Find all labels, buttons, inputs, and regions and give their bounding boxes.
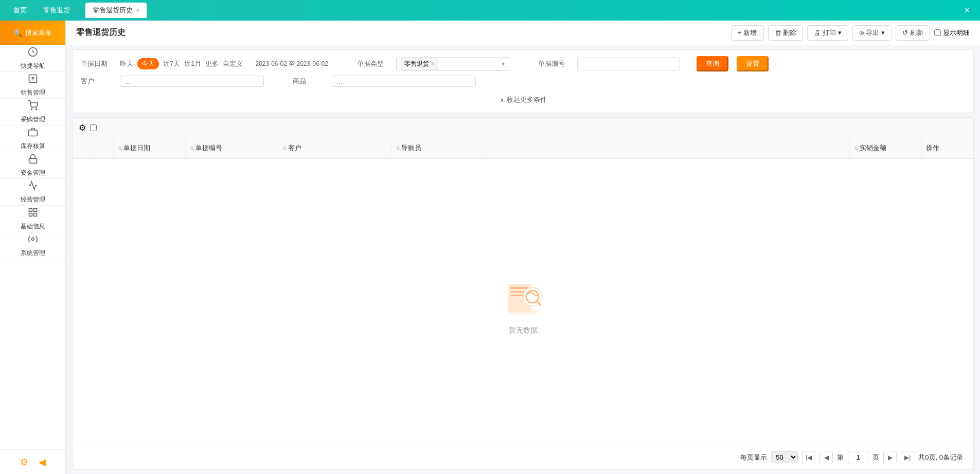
next-page-button[interactable]: ▶ <box>883 451 897 464</box>
sidebar-item-basic-info[interactable]: 基础信息 <box>0 206 65 232</box>
date-opt-yesterday[interactable]: 昨天 <box>120 59 133 68</box>
date-opt-custom[interactable]: 自定义 <box>223 59 243 68</box>
date-opt-7days[interactable]: 近7天 <box>163 59 180 68</box>
last-page-button[interactable]: ▶| <box>901 451 914 464</box>
delete-button[interactable]: 🗑 删除 <box>768 25 804 41</box>
top-bar: 首页 零售退货 × 零售退货历史 × × <box>0 0 980 21</box>
customer-label: 客户 <box>81 77 112 86</box>
date-opt-today[interactable]: 今天 <box>137 58 159 69</box>
svg-point-10 <box>31 238 34 240</box>
page-header: 零售退货历史 + 新增 🗑 删除 🖨 打印 ▾ ⊙ 导出 ▾ ↺ 刷新 显示明细 <box>66 21 980 45</box>
sidebar-item-finance[interactable]: 资金管理 <box>0 152 65 179</box>
sort-doc-icon: ⇅ <box>190 145 194 151</box>
home-tab[interactable]: 首页 <box>6 3 34 18</box>
sidebar: 🔍 搜索菜单 快捷导航 销售管理 采购管理 库存核算 <box>0 21 66 474</box>
empty-illustration <box>497 268 549 320</box>
th-customer[interactable]: ⇅ 客户 <box>278 138 391 158</box>
collapse-button[interactable]: ∧ 收起更多条件 <box>493 93 553 106</box>
content-area: 零售退货历史 + 新增 🗑 删除 🖨 打印 ▾ ⊙ 导出 ▾ ↺ 刷新 显示明细 <box>66 21 980 474</box>
sidebar-item-purchase-mgmt[interactable]: 采购管理 <box>0 99 65 125</box>
date-opt-more[interactable]: 更多 <box>205 59 219 68</box>
main-layout: 🔍 搜索菜单 快捷导航 销售管理 采购管理 库存核算 <box>0 21 980 474</box>
filter-area: 单据日期 昨天 今天 近7天 近1月 更多 自定义 2023-06-02 至 2… <box>72 49 974 113</box>
th-checkbox <box>93 138 114 158</box>
th-doc-date[interactable]: ⇅ 单据日期 <box>114 138 186 158</box>
query-button[interactable]: 查询 <box>697 56 728 71</box>
tab-retail-return-history[interactable]: 零售退货历史 × <box>85 3 146 18</box>
refresh-button[interactable]: ↺ 刷新 <box>896 25 930 41</box>
sort-guide-icon: ⇅ <box>396 145 400 151</box>
first-page-button[interactable]: |◀ <box>802 451 815 464</box>
select-all-checkbox[interactable] <box>90 124 97 131</box>
settings-button[interactable]: 设置 <box>737 56 769 71</box>
customer-select[interactable]: ... <box>120 76 264 87</box>
pagination-bar: 每页显示 50 20 100 200 |◀ ◀ 第 页 ▶ ▶| 共0页, 0条… <box>73 445 973 469</box>
add-button[interactable]: + 新增 <box>731 25 763 41</box>
close-tab2-icon[interactable]: × <box>136 7 139 13</box>
sidebar-item-sales-mgmt[interactable]: 销售管理 <box>0 72 65 99</box>
table-toolbar: ⚙ <box>73 118 973 138</box>
svg-rect-15 <box>510 295 523 296</box>
page-unit: 页 <box>872 453 879 462</box>
page-size-select[interactable]: 50 20 100 200 <box>771 451 798 463</box>
search-icon: 🔍 <box>14 29 22 37</box>
svg-point-2 <box>31 108 32 110</box>
export-button[interactable]: ⊙ 导出 ▾ <box>852 25 892 41</box>
sidebar-search[interactable]: 🔍 搜索菜单 <box>0 21 65 45</box>
svg-rect-6 <box>29 208 32 211</box>
doc-number-input[interactable] <box>577 58 680 70</box>
sidebar-item-operations[interactable]: 经营管理 <box>0 179 65 206</box>
th-doc-number[interactable]: ⇅ 单据编号 <box>186 138 278 158</box>
sidebar-item-quick-nav[interactable]: 快捷导航 <box>0 45 65 72</box>
show-detail-checkbox[interactable]: 显示明细 <box>934 28 970 38</box>
tab-retail-return[interactable]: 零售退货 × <box>36 3 83 18</box>
page-title: 零售退货历史 <box>76 27 731 38</box>
table-settings-icon[interactable]: ⚙ <box>79 123 86 133</box>
date-filter-label: 单据日期 <box>81 59 112 68</box>
total-text: 共0页, 0条记录 <box>918 453 963 462</box>
sidebar-item-inventory[interactable]: 库存核算 <box>0 125 65 152</box>
sales-icon <box>28 74 38 86</box>
date-options: 昨天 今天 近7天 近1月 更多 自定义 <box>120 58 243 69</box>
table-container: ⚙ ⇅ 单据日期 ⇅ 单据编号 ⇅ 客户 <box>72 117 974 470</box>
th-spacer <box>484 138 850 158</box>
settings-bottom-icon[interactable]: ⚙ <box>20 457 28 468</box>
svg-point-3 <box>35 108 37 110</box>
export-dropdown-icon: ▾ <box>881 29 885 37</box>
th-guide[interactable]: ⇅ 导购员 <box>391 138 484 158</box>
sort-customer-icon: ⇅ <box>282 145 287 151</box>
doc-type-tag: 零售退货 × <box>401 59 438 69</box>
goods-select[interactable]: ... <box>332 76 476 87</box>
customer-ellipsis: ... <box>124 77 131 85</box>
quick-nav-icon <box>28 47 38 60</box>
doc-number-label: 单据编号 <box>538 59 569 68</box>
doc-type-tag-close[interactable]: × <box>431 60 435 67</box>
sidebar-item-system-mgmt[interactable]: 系统管理 <box>0 232 65 259</box>
collapse-sidebar-icon[interactable]: ◀ <box>39 457 46 468</box>
sort-asc-icon: ⇅ <box>118 145 122 151</box>
goods-label: 商品 <box>293 77 324 86</box>
header-actions: + 新增 🗑 删除 🖨 打印 ▾ ⊙ 导出 ▾ ↺ 刷新 显示明细 <box>731 25 970 41</box>
basic-info-icon <box>28 207 38 220</box>
page-word: 第 <box>837 453 844 462</box>
doc-type-select[interactable]: 零售退货 × ▾ <box>396 57 509 71</box>
window-close-button[interactable]: × <box>960 5 974 16</box>
table-header: ⇅ 单据日期 ⇅ 单据编号 ⇅ 客户 ⇅ 导购员 ⇅ 实销 <box>73 138 973 159</box>
filter-row-1: 单据日期 昨天 今天 近7天 近1月 更多 自定义 2023-06-02 至 2… <box>81 56 965 71</box>
finance-icon <box>28 154 38 167</box>
svg-rect-5 <box>29 158 37 163</box>
close-tab1-icon[interactable]: × <box>73 7 76 13</box>
print-button[interactable]: 🖨 打印 ▾ <box>807 25 848 41</box>
th-settings <box>73 138 93 158</box>
sort-amount-icon: ⇅ <box>854 145 858 151</box>
svg-rect-13 <box>510 287 528 289</box>
date-opt-1month[interactable]: 近1月 <box>184 59 201 68</box>
page-number-input[interactable] <box>848 451 868 464</box>
operations-icon <box>28 180 38 193</box>
th-amount[interactable]: ⇅ 实销金额 <box>850 138 922 158</box>
prev-page-button[interactable]: ◀ <box>819 451 833 464</box>
svg-rect-8 <box>33 213 37 216</box>
show-detail-input[interactable] <box>934 29 941 36</box>
svg-rect-4 <box>28 130 37 136</box>
page-size-label: 每页显示 <box>740 453 767 462</box>
